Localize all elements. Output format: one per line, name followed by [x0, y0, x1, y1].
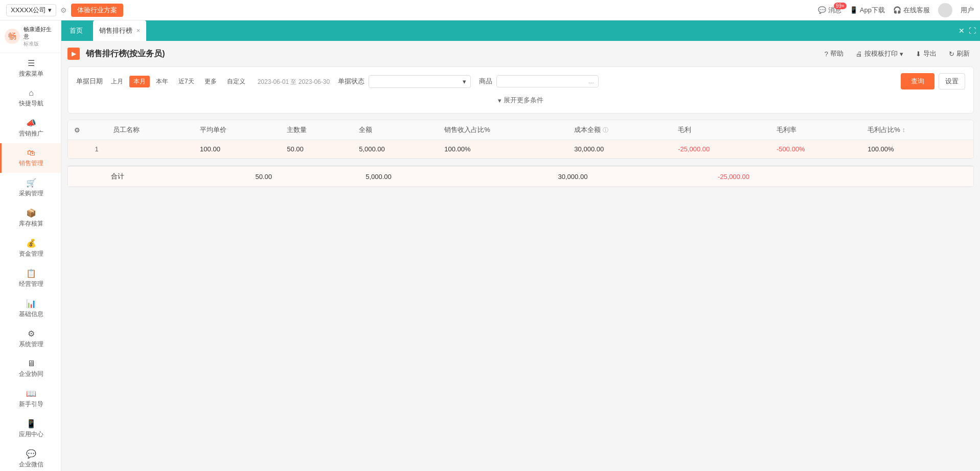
- sidebar-item-wechat[interactable]: 💬 企业微信: [0, 444, 61, 471]
- tab-bar-actions: ✕ ⛶: [959, 27, 980, 35]
- sidebar-item-guide[interactable]: 📖 新手引导: [0, 384, 61, 414]
- svg-text:畅: 畅: [8, 32, 16, 40]
- expand-window-icon[interactable]: ⛶: [969, 27, 976, 35]
- sidebar-item-appstore[interactable]: 📱 应用中心: [0, 414, 61, 444]
- sidebar-item-purchase[interactable]: 🛒 采购管理: [0, 173, 61, 203]
- inventory-icon: 📦: [26, 208, 36, 218]
- date-tab-more[interactable]: 更多: [200, 76, 221, 87]
- finance-icon: 💰: [26, 238, 36, 248]
- col-salespct: 销售收入占比%: [438, 120, 568, 140]
- user-name: 用户: [961, 6, 974, 15]
- marketing-icon: 📣: [26, 118, 36, 128]
- page-content: ▶ 销售排行榜(按业务员) ? 帮助 🖨 按模板打印 ▾: [61, 41, 980, 471]
- sidebar-item-finance[interactable]: 💰 资金管理: [0, 233, 61, 263]
- summary-table: 合计 50.00 5,000.00 30,000.00 -25,000.00: [68, 166, 973, 187]
- date-label: 单据日期: [76, 77, 103, 86]
- query-button[interactable]: 查询: [901, 73, 935, 89]
- online-service-button[interactable]: 🎧 在线客服: [893, 6, 930, 15]
- date-tab-this-year[interactable]: 本年: [152, 76, 172, 87]
- row-profit-cell: -25,000.00: [672, 140, 770, 159]
- date-tab-this-month[interactable]: 本月: [129, 76, 150, 87]
- export-button[interactable]: ⬇ 导出: [911, 47, 941, 60]
- question-icon: ?: [825, 50, 828, 58]
- sidebar-item-operation[interactable]: 📋 经营管理: [0, 263, 61, 294]
- app-download-button[interactable]: 📱 App下载: [850, 6, 885, 15]
- headset-icon: 🎧: [893, 6, 901, 14]
- filter-row: 单据日期 上月 本月 本年 近7天 更多 自定义 2023-06-0: [76, 73, 965, 89]
- chevron-down-icon: ▾: [48, 6, 52, 14]
- avatar[interactable]: [938, 3, 952, 17]
- sidebar-label-basic: 基础信息: [19, 310, 43, 319]
- col-settings: ⚙: [68, 120, 86, 140]
- header-actions: ? 帮助 🖨 按模板打印 ▾ ⬇ 导出 ↻: [821, 47, 974, 60]
- sidebar-item-search[interactable]: ☰ 搜索菜单: [0, 53, 61, 83]
- summary-bar: 合计 50.00 5,000.00 30,000.00 -25,000.00: [67, 165, 974, 187]
- row-amount-cell: 5,000.00: [353, 140, 438, 159]
- close-window-icon[interactable]: ✕: [959, 27, 965, 35]
- tab-sales-rank-label: 销售排行榜: [99, 26, 132, 35]
- status-select[interactable]: ▾: [369, 75, 471, 88]
- logo-text-area: 畅康通好生意 标准版: [24, 26, 57, 48]
- sidebar-item-inventory[interactable]: 📦 库存核算: [0, 203, 61, 233]
- logo-area: 畅 畅康通好生意 标准版: [0, 20, 61, 53]
- export-label: 导出: [923, 49, 937, 58]
- summary-profitpct-cell: [926, 166, 973, 187]
- column-settings-icon[interactable]: ⚙: [74, 126, 80, 134]
- message-button[interactable]: 💬 消息 99+: [818, 6, 841, 15]
- refresh-button[interactable]: ↻ 刷新: [945, 47, 974, 60]
- goods-input[interactable]: …: [496, 75, 599, 87]
- trial-button[interactable]: 体验行业方案: [71, 4, 123, 17]
- summary-avgprice-cell: [202, 166, 249, 187]
- summary-profitrate-cell: [880, 166, 927, 187]
- collapse-filter-button[interactable]: ▶: [67, 48, 80, 60]
- sidebar-label-enterprise: 企业协同: [19, 370, 43, 378]
- sidebar-label-inventory: 库存核算: [19, 219, 43, 228]
- print-button[interactable]: 🖨 按模板打印 ▾: [852, 47, 907, 60]
- col-profit: 毛利: [672, 120, 770, 140]
- sidebar-item-quicknav[interactable]: ⌂ 快捷导航: [0, 83, 61, 113]
- table-row: 1 100.00 50.00 5,000.00 100.00% 30,000.0…: [68, 140, 973, 159]
- sidebar-label-wechat: 企业微信: [19, 460, 43, 469]
- page-title: 销售排行榜(按业务员): [86, 49, 165, 59]
- col-costamount: 成本全额 ⓘ: [568, 120, 672, 140]
- col-profitrate: 毛利率: [770, 120, 861, 140]
- tab-sales-rank[interactable]: 销售排行榜 ×: [93, 20, 146, 41]
- help-button[interactable]: ? 帮助: [821, 47, 848, 60]
- filter-settings-button[interactable]: 设置: [939, 73, 965, 89]
- sidebar-label-appstore: 应用中心: [19, 430, 43, 439]
- sidebar-label-system: 系统管理: [19, 340, 43, 349]
- appstore-icon: 📱: [26, 419, 36, 429]
- company-name: XXXXX公司: [11, 6, 46, 15]
- sidebar-item-marketing[interactable]: 📣 营销推广: [0, 113, 61, 143]
- sidebar-label-operation: 经营管理: [19, 280, 43, 288]
- sidebar-item-sales[interactable]: 🛍 销售管理: [0, 143, 61, 173]
- filter-area: 单据日期 上月 本月 本年 近7天 更多 自定义 2023-06-0: [67, 66, 974, 114]
- company-selector[interactable]: XXXXX公司 ▾: [6, 4, 56, 16]
- enterprise-icon: 🖥: [27, 359, 35, 368]
- sidebar-item-basic[interactable]: 📊 基础信息: [0, 294, 61, 324]
- tab-close-button[interactable]: ×: [136, 27, 140, 34]
- print-icon: 🖨: [856, 50, 862, 58]
- row-avgprice-cell: 100.00: [194, 140, 281, 159]
- tab-bar: 首页 销售排行榜 × ✕ ⛶: [61, 20, 980, 41]
- col-name: 员工名称: [107, 120, 194, 140]
- more-icon: …: [588, 78, 594, 85]
- data-table-container: ⚙ 员工名称 平均单价 主数量 全额 销售收入占比% 成本全额 ⓘ: [67, 120, 974, 159]
- sidebar-item-enterprise[interactable]: 🖥 企业协同: [0, 354, 61, 384]
- date-tab-7days[interactable]: 近7天: [174, 76, 198, 87]
- col-quantity: 主数量: [281, 120, 353, 140]
- expand-more-button[interactable]: ▾ 展开更多条件: [76, 94, 965, 107]
- goods-filter: 商品 …: [479, 75, 599, 87]
- app-download-label: App下载: [860, 6, 885, 15]
- date-tab-prev-month[interactable]: 上月: [107, 76, 127, 87]
- system-icon: ⚙: [28, 329, 35, 339]
- print-label: 按模板打印: [864, 49, 898, 58]
- sidebar-item-system[interactable]: ⚙ 系统管理: [0, 324, 61, 354]
- row-salespct-cell: 100.00%: [438, 140, 568, 159]
- tab-home[interactable]: 首页: [61, 20, 91, 41]
- chevron-status-icon: ▾: [463, 78, 466, 85]
- date-tab-custom[interactable]: 自定义: [223, 76, 249, 87]
- settings-icon[interactable]: ⚙: [60, 6, 67, 14]
- row-costamount-cell: 30,000.00: [568, 140, 672, 159]
- page-header: ▶ 销售排行榜(按业务员) ? 帮助 🖨 按模板打印 ▾: [67, 47, 974, 60]
